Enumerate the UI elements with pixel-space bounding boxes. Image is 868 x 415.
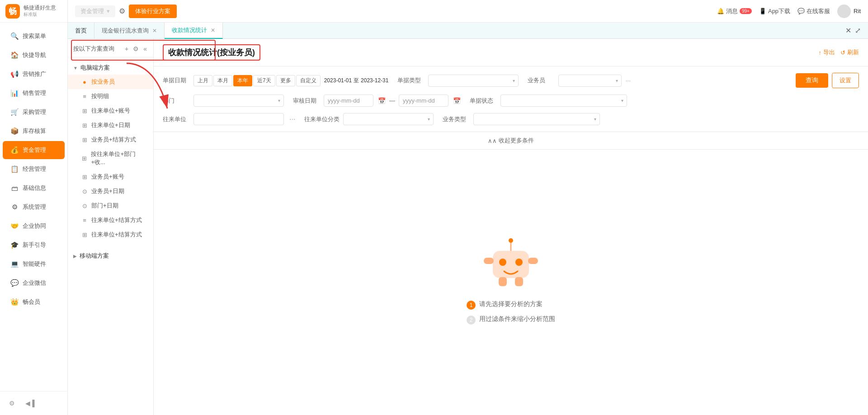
settings-bottom-btn[interactable]: ⚙ — [5, 396, 19, 410]
review-date-end-cal[interactable]: 📅 — [453, 97, 461, 104]
sidebar-item-operation[interactable]: 📋 经营管理 — [3, 160, 65, 178]
sidebar-item-basic[interactable]: 🗃 基础信息 — [3, 179, 65, 197]
svg-point-1 — [499, 259, 506, 266]
scheme-icon: ⊞ — [80, 136, 89, 144]
sidebar-item-wechat[interactable]: 💬 企业微信 — [3, 274, 65, 292]
doc-date-label: 单据日期 — [163, 76, 190, 85]
svg-rect-5 — [484, 258, 494, 264]
topbar-settings-btn[interactable]: ⚙ — [119, 7, 125, 15]
trial-button[interactable]: 体验行业方案 — [129, 5, 177, 18]
sidebar-item-search[interactable]: 🔍 搜索菜单 — [3, 27, 65, 45]
wechat-icon: 💬 — [10, 278, 19, 288]
date-tab-7days[interactable]: 近7天 — [253, 75, 275, 86]
date-tab-custom[interactable]: 自定义 — [296, 75, 321, 86]
sidebar-item-quick-nav[interactable]: 🏠 快捷导航 — [3, 46, 65, 64]
scheme-item-by-salesperson[interactable]: ● 按业务员 — [68, 75, 153, 89]
app-name: 畅捷通好生意 — [24, 5, 56, 12]
app-download-btn[interactable]: 📱 App下载 — [759, 7, 790, 15]
scheme-item-counterpart-date[interactable]: ⊞ 往来单位+日期 — [68, 118, 153, 132]
tab-cash-bank[interactable]: 现金银行流水查询 ✕ — [94, 23, 165, 39]
add-scheme-btn[interactable]: + — [124, 44, 129, 53]
sidebar-item-sales[interactable]: 📊 销售管理 — [3, 84, 65, 102]
scheme-item-dept-date[interactable]: ⊙ 部门+日期 — [68, 198, 153, 213]
scheme-item-counterpart-dept[interactable]: ⊞ 按往来单位+部门+收... — [68, 147, 153, 170]
action-buttons: 查询 设置 — [796, 73, 859, 88]
tab-close-collection[interactable]: ✕ — [211, 27, 215, 33]
biz-type-label: 业务类型 — [443, 115, 470, 123]
scheme-item-counterpart-account[interactable]: ⊞ 往来单位+账号 — [68, 104, 153, 118]
filter-doc-date: 单据日期 上月 本月 本年 近7天 更多 自定义 2023-01-01 至 20… — [163, 75, 388, 86]
filter-review-date: 审核日期 yyyy-mm-dd 📅 — yyyy-mm-dd 📅 — [293, 94, 461, 107]
filter-counterpart: 往来单位 ··· — [163, 113, 295, 125]
collapse-sidebar-btn[interactable]: ◀▐ — [23, 396, 37, 410]
scheme-icon: ⊞ — [80, 231, 89, 239]
scheme-icon: ⊞ — [80, 173, 89, 181]
step-num-1: 1 — [467, 301, 476, 310]
mobile-scheme-group-header[interactable]: ▶ 移动端方案 — [68, 249, 153, 263]
refresh-btn[interactable]: ↺ 刷新 — [840, 48, 859, 57]
doc-type-select[interactable] — [428, 75, 519, 87]
review-date-start-cal[interactable]: 📅 — [378, 97, 386, 104]
sidebar-item-inventory[interactable]: 📦 库存核算 — [3, 122, 65, 140]
empty-robot — [484, 235, 538, 289]
sidebar: 畅 畅捷通好生意 标准版 🔍 搜索菜单 🏠 快捷导航 📢 营销推广 📊 销售管理… — [0, 0, 68, 415]
scheme-icon: ⊙ — [80, 202, 89, 210]
date-tab-last-month[interactable]: 上月 — [193, 75, 212, 86]
biz-type-select[interactable] — [473, 113, 600, 125]
scheme-icon: ⊞ — [80, 107, 89, 115]
sidebar-item-member[interactable]: 👑 畅会员 — [3, 293, 65, 311]
logo-icon: 畅 — [5, 4, 20, 19]
review-date-end[interactable]: yyyy-mm-dd — [399, 94, 448, 107]
messages-btn[interactable]: 🔔 消息 99+ — [717, 7, 752, 15]
window-maximize-btn[interactable]: ⤢ — [855, 26, 861, 35]
svg-point-4 — [509, 238, 513, 243]
date-tab-this-year[interactable]: 本年 — [233, 75, 252, 86]
user-avatar — [837, 5, 851, 18]
sidebar-item-finance[interactable]: 💰 资金管理 — [3, 141, 65, 159]
doc-status-select[interactable] — [500, 94, 627, 107]
collapse-panel-btn[interactable]: « — [142, 44, 148, 53]
scheme-icon: ⊙ — [80, 187, 89, 195]
sidebar-item-corp[interactable]: 🤝 企业协同 — [3, 217, 65, 235]
sidebar-item-purchase[interactable]: 🛒 采购管理 — [3, 103, 65, 121]
counterpart-category-label: 往来单位分类 — [304, 115, 340, 123]
salesperson-select[interactable] — [558, 75, 622, 87]
scheme-item-counterpart-settlement2[interactable]: ⊞ 往来单位+结算方式 — [68, 227, 153, 242]
scheme-item-salesperson-account[interactable]: ⊞ 业务员+账号 — [68, 170, 153, 184]
collapse-bar[interactable]: ∧∧ 收起更多条件 — [154, 132, 868, 150]
tab-close-cash-bank[interactable]: ✕ — [152, 28, 157, 34]
window-close-btn[interactable]: ✕ — [845, 26, 851, 35]
online-service-btn[interactable]: 💬 在线客服 — [797, 7, 830, 15]
corp-icon: 🤝 — [10, 222, 19, 231]
counterpart-category-select[interactable] — [343, 113, 434, 125]
date-range: 2023-01-01 至 2023-12-31 — [324, 77, 389, 85]
scheme-item-salesperson-date[interactable]: ⊙ 业务员+日期 — [68, 184, 153, 198]
column-settings-button[interactable]: 设置 — [832, 73, 859, 88]
sidebar-item-guide[interactable]: 🎓 新手引导 — [3, 236, 65, 254]
salesperson-more-btn[interactable]: ··· — [625, 77, 631, 84]
dept-select[interactable] — [193, 94, 284, 107]
query-button[interactable]: 查询 — [796, 73, 828, 88]
tab-collection[interactable]: 收款情况统计 ✕ — [165, 23, 223, 39]
counterpart-label: 往来单位 — [163, 115, 190, 123]
desktop-scheme-group-header[interactable]: ▼ 电脑端方案 — [68, 61, 153, 75]
dept-select-wrapper: ▾ — [193, 94, 284, 107]
date-tab-this-month[interactable]: 本月 — [213, 75, 232, 86]
counterpart-more-btn[interactable]: ··· — [289, 115, 295, 123]
review-date-start[interactable]: yyyy-mm-dd — [324, 94, 373, 107]
sidebar-item-hardware[interactable]: 💻 智能硬件 — [3, 255, 65, 273]
user-area[interactable]: Rit — [837, 5, 861, 18]
counterpart-select[interactable] — [193, 113, 284, 125]
sidebar-item-marketing[interactable]: 📢 营销推广 — [3, 65, 65, 83]
scheme-item-by-detail[interactable]: ≡ 按明细 — [68, 89, 153, 104]
scheme-item-salesperson-settlement[interactable]: ⊞ 业务员+结算方式 — [68, 132, 153, 147]
scheme-detail-icon: ≡ — [80, 92, 89, 100]
tab-home[interactable]: 首页 — [68, 23, 94, 39]
scheme-item-counterpart-settlement1[interactable]: ≡ 往来单位+结算方式 — [68, 213, 153, 227]
export-btn[interactable]: ↑ 导出 — [819, 48, 835, 57]
filter-biz-type: 业务类型 ▾ — [443, 113, 600, 125]
scheme-settings-btn[interactable]: ⚙ — [132, 44, 140, 53]
sidebar-item-system[interactable]: ⚙ 系统管理 — [3, 198, 65, 216]
counterpart-category-select-wrapper: ▾ — [343, 113, 434, 125]
date-tab-more[interactable]: 更多 — [276, 75, 295, 86]
